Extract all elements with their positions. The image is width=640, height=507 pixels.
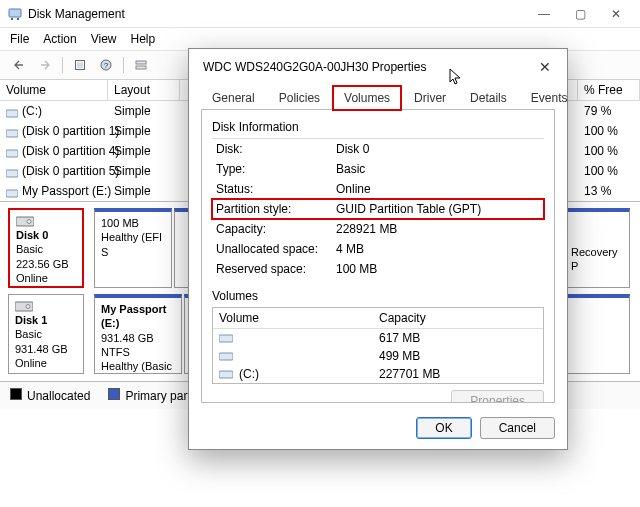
list-item[interactable]: 499 MB — [213, 347, 543, 365]
dialog-volume-list[interactable]: Volume Capacity 617 MB 499 MB (C:) 22770… — [212, 307, 544, 384]
partition-status: Healthy (Basic Da — [101, 359, 175, 374]
svg-rect-18 — [219, 335, 233, 342]
info-value: 100 MB — [332, 259, 544, 279]
volume-icon — [219, 333, 233, 343]
back-button[interactable] — [8, 55, 30, 75]
svg-rect-13 — [6, 190, 18, 197]
refresh-button[interactable] — [69, 55, 91, 75]
menu-help[interactable]: Help — [131, 32, 156, 46]
settings-button[interactable] — [130, 55, 152, 75]
dialog-close-button[interactable]: ✕ — [533, 57, 557, 77]
window-title: Disk Management — [28, 7, 125, 21]
disk-size: 223.56 GB — [16, 257, 76, 271]
partition-size: 100 MB — [101, 216, 165, 230]
partition[interactable]: 100 MB Healthy (EFI S — [94, 208, 172, 288]
svg-rect-20 — [219, 371, 233, 378]
tab-details[interactable]: Details — [459, 86, 518, 110]
info-label: Disk: — [212, 139, 332, 160]
svg-rect-7 — [136, 61, 146, 64]
col-volume[interactable]: Volume — [213, 308, 373, 328]
svg-rect-12 — [6, 170, 18, 177]
minimize-button[interactable]: — — [526, 2, 562, 26]
table-row-partition-style: Partition style:GUID Partition Table (GP… — [212, 199, 544, 219]
volume-icon — [6, 167, 18, 176]
svg-point-15 — [27, 220, 31, 224]
svg-rect-9 — [6, 110, 18, 117]
volume-free: 100 % — [578, 143, 640, 159]
volume-layout: Simple — [108, 183, 180, 199]
volume-free: 100 % — [578, 123, 640, 139]
partition[interactable]: My Passport (E:) 931.48 GB NTFS Healthy … — [94, 294, 182, 374]
volume-name: (Disk 0 partition 4) — [22, 144, 119, 158]
dialog-buttons: OK Cancel — [189, 413, 567, 449]
dialog-titlebar[interactable]: WDC WDS240G2G0A-00JH30 Properties ✕ — [189, 49, 567, 85]
info-label: Partition style: — [212, 199, 332, 219]
tab-body: Disk Information Disk:Disk 0 Type:Basic … — [201, 109, 555, 403]
menu-view[interactable]: View — [91, 32, 117, 46]
volume-layout: Simple — [108, 123, 180, 139]
cancel-button[interactable]: Cancel — [480, 417, 555, 439]
info-value: 4 MB — [332, 239, 544, 259]
tab-events[interactable]: Events — [520, 86, 579, 110]
volume-icon — [219, 369, 233, 379]
volumes-label: Volumes — [212, 289, 544, 303]
table-row: Reserved space:100 MB — [212, 259, 544, 279]
volume-name: (Disk 0 partition 1) — [22, 124, 119, 138]
volume-free: 13 % — [578, 183, 640, 199]
forward-button[interactable] — [34, 55, 56, 75]
dialog-volume-header: Volume Capacity — [213, 308, 543, 329]
disk-status: Online — [15, 356, 77, 370]
volume-name: (C:) — [239, 367, 259, 381]
disk-size: 931.48 GB — [15, 342, 77, 356]
svg-rect-8 — [136, 66, 146, 69]
tab-general[interactable]: General — [201, 86, 266, 110]
volume-layout: Simple — [108, 103, 180, 119]
menu-action[interactable]: Action — [43, 32, 76, 46]
info-label: Unallocated space: — [212, 239, 332, 259]
tab-policies[interactable]: Policies — [268, 86, 331, 110]
properties-dialog: WDC WDS240G2G0A-00JH30 Properties ✕ Gene… — [188, 48, 568, 450]
ok-button[interactable]: OK — [416, 417, 471, 439]
table-row: Capacity:228921 MB — [212, 219, 544, 239]
disk-kind: Basic — [16, 242, 76, 256]
volume-layout: Simple — [108, 143, 180, 159]
table-row: Type:Basic — [212, 159, 544, 179]
col-capacity[interactable]: Capacity — [373, 308, 543, 328]
volume-icon — [6, 147, 18, 156]
list-item[interactable]: 617 MB — [213, 329, 543, 347]
info-label: Reserved space: — [212, 259, 332, 279]
partition-status: Healthy (EFI S — [101, 230, 165, 259]
help-button[interactable]: ? — [95, 55, 117, 75]
menu-file[interactable]: File — [10, 32, 29, 46]
disk-kind: Basic — [15, 327, 77, 341]
disk-label-disk1[interactable]: Disk 1 Basic 931.48 GB Online — [8, 294, 84, 374]
cursor-icon — [449, 68, 463, 89]
tab-volumes[interactable]: Volumes — [333, 86, 401, 110]
disk-icon — [15, 299, 33, 313]
info-label: Capacity: — [212, 219, 332, 239]
maximize-button[interactable]: ▢ — [562, 2, 598, 26]
close-button[interactable]: ✕ — [598, 2, 634, 26]
list-item[interactable]: (C:) 227701 MB — [213, 365, 543, 383]
volume-icon — [219, 351, 233, 361]
col-layout[interactable]: Layout — [108, 80, 180, 101]
volume-capacity: 227701 MB — [373, 365, 543, 383]
disk-info-table: Disk:Disk 0 Type:Basic Status:Online Par… — [212, 138, 544, 279]
tab-driver[interactable]: Driver — [403, 86, 457, 110]
app-icon — [8, 7, 22, 21]
partition[interactable]: Recovery P — [564, 208, 630, 288]
info-label: Status: — [212, 179, 332, 199]
volume-capacity: 499 MB — [373, 347, 543, 365]
col-free[interactable]: % Free — [578, 80, 640, 101]
info-value: GUID Partition Table (GPT) — [332, 199, 544, 219]
info-label: Type: — [212, 159, 332, 179]
svg-rect-19 — [219, 353, 233, 360]
info-value: Online — [332, 179, 544, 199]
legend-unallocated: Unallocated — [10, 388, 90, 403]
disk-label-disk0[interactable]: Disk 0 Basic 223.56 GB Online — [8, 208, 84, 288]
tab-strip: General Policies Volumes Driver Details … — [189, 85, 567, 109]
table-row: Unallocated space:4 MB — [212, 239, 544, 259]
svg-rect-4 — [77, 62, 83, 68]
col-volume[interactable]: Volume — [0, 80, 108, 101]
volume-capacity: 617 MB — [373, 329, 543, 347]
